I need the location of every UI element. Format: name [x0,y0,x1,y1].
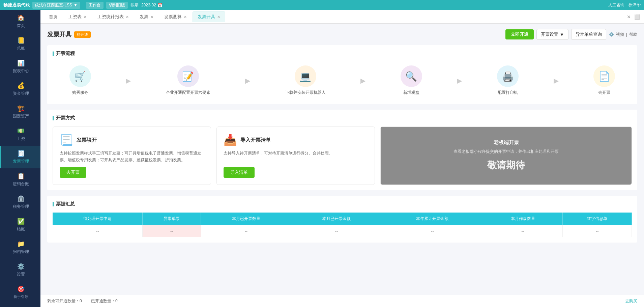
open-now-button[interactable]: 立即开通 [505,29,534,39]
sidebar-item-guide[interactable]: 🎯 新手引导 [0,281,40,303]
tab-payroll-stats-close[interactable]: ✕ [126,15,129,19]
billing-process-title: 开票流程 [53,51,632,57]
settings-dropdown-icon: ▼ [560,32,564,37]
step-issue-label: 去开票 [598,90,610,95]
step-arrow-3: ▶ [360,77,365,85]
tab-home[interactable]: 首页 [44,11,63,22]
sidebar-label-home: 首页 [17,23,25,29]
page-content: 发票开具 待开通 立即开通 开票设置 ▼ 异常单单查询 ⚙️ 视频 | 帮助 [40,24,644,295]
sidebar-item-invoices[interactable]: 🧾 发票管理 [0,146,40,168]
summary-table: 待处理开票申请 异常单票 本月已开票数量 本月已开票金额 本年累计开票金额 本月… [53,213,632,237]
col-pending: 待处理开票申请 [53,213,143,225]
fixed-assets-icon: 🏗️ [17,105,25,112]
step-arrow-5: ▶ [554,77,559,85]
summary-header-row: 待处理开票申请 异常单票 本月已开票数量 本月已开票金额 本年累计开票金额 本月… [53,213,632,225]
method-old-title: 老板端开票 [494,139,519,146]
tab-bar: 首页 工资表 ✕ 工资统计报表 ✕ 发票 ✕ 发票测算 ✕ 发票开具 ✕ [40,10,644,24]
summary-title: 票据汇总 [53,201,632,207]
step-download-icon: 💻 [299,71,311,82]
sidebar-item-settings[interactable]: ⚙️ 设置 [0,259,40,281]
page-header: 发票开具 待开通 立即开通 开票设置 ▼ 异常单单查询 ⚙️ 视频 | 帮助 [47,29,637,40]
summary-data-row: -- -- -- -- -- -- -- [53,225,632,237]
funds-icon: 💰 [17,82,25,89]
period-selector[interactable]: 账期 2023-02 📅 [130,2,163,8]
sidebar-item-tax[interactable]: 🏛️ 税务管理 [0,191,40,214]
step-buy-service: 🛒 购买服务 [69,65,91,95]
sidebar-item-ledger[interactable]: 📒 总账 [0,33,40,55]
method-old-desc: 查看老板端小程序提交的开票申请，并作出相应处理和开票 [453,148,559,155]
tab-invoice[interactable]: 发票 ✕ [135,11,158,22]
method-import-icon: 📥 [224,134,237,146]
sidebar-item-purchase-sales[interactable]: 📋 进销台账 [0,168,40,191]
settings-gear-icon[interactable]: ⚙️ [609,32,614,37]
switch-old-version-button[interactable]: 切到旧版 [106,2,128,9]
tab-invoice-issue[interactable]: 发票开具 ✕ [193,11,225,22]
window-restore-button[interactable]: ⬜ [634,13,641,20]
window-controls: ✕ ⬜ [626,13,641,20]
method-fill-desc: 支持按照发票样式手工填写开发票；可开具增值税电子普通发票、增值税普通发票、增值税… [60,150,204,164]
sidebar-item-funds[interactable]: 💰 资金管理 [0,78,40,101]
tab-payroll-close[interactable]: ✕ [84,15,87,19]
remaining-label: 剩余可开通数量：0 [47,299,82,303]
method-card-import: 📥 导入开票清单 支持导入待开票清单，可对待开票清单进行拆分、合并处理。 导入清… [216,127,375,185]
col-month-amount: 本月已开票金额 [291,213,382,225]
step-issue-icon-wrap: 📄 [593,65,615,87]
method-import-title: 导入开票清单 [240,137,271,143]
app-logo: 畅捷通易代账 [3,2,30,8]
calendar-icon[interactable]: 📅 [157,3,163,7]
sidebar-label-funds: 资金管理 [13,91,29,96]
step-issue-icon: 📄 [598,71,610,82]
workspace-button[interactable]: 工作台 [86,2,104,9]
status-badge: 待开通 [74,31,91,38]
step-tax-disk-label: 新增税盘 [403,90,419,95]
window-close-button[interactable]: ✕ [626,13,632,20]
step-buy-label: 购买服务 [72,90,88,95]
help-label: 帮助 [629,32,637,37]
top-bar-right: 人工咨询 徐泽华 [608,2,641,8]
col-year-amount: 本年累计开票金额 [382,213,483,225]
sidebar-label-reports: 报表中心 [13,68,29,74]
tab-invoice-calc[interactable]: 发票测算 ✕ [159,11,192,22]
method-card-fill: 📃 发票填开 支持按照发票样式手工填写开发票；可开具增值税电子普通发票、增值税普… [53,127,211,185]
sidebar-label-fixed-assets: 固定资产 [13,113,29,119]
open-settings-button[interactable]: 开票设置 ▼ [536,29,568,40]
divider-bar: | [626,32,627,37]
open-settings-label: 开票设置 [541,31,558,37]
sidebar-item-archive[interactable]: 📁 归档管理 [0,236,40,259]
company-dropdown-icon[interactable]: ▼ [74,3,78,7]
tab-payroll[interactable]: 工资表 ✕ [63,11,92,22]
sidebar-item-reports[interactable]: 📊 报表中心 [0,55,40,78]
home-icon: 🏠 [17,14,25,22]
cell-pending: -- [53,225,143,237]
sidebar-bottom: 🎯 新手引导 👑 畅会员 📌 取消固定 [0,281,40,307]
buy-link[interactable]: 去购买 [625,298,637,304]
sidebar-item-payroll[interactable]: 💵 工资 [0,123,40,146]
cell-year-amount: -- [382,225,483,237]
cell-month-count: -- [201,225,291,237]
tab-invoice-close[interactable]: ✕ [150,15,153,19]
method-import-btn[interactable]: 导入清单 [224,167,255,178]
sidebar-item-vip[interactable]: 👑 畅会员 [0,303,40,307]
billing-methods-title: 开票方式 [53,115,632,121]
method-fill-btn[interactable]: 去开票 [60,167,86,178]
sidebar-label-payroll: 工资 [17,136,25,142]
period-value: 2023-02 [141,3,156,7]
guide-icon: 🎯 [17,285,25,293]
sidebar-item-closing[interactable]: ✅ 结账 [0,214,40,236]
abnormal-query-button[interactable]: 异常单单查询 [571,29,606,40]
user-service-button[interactable]: 人工咨询 [608,2,624,8]
sidebar-item-home[interactable]: 🏠 首页 [0,10,40,33]
sidebar-item-fixed-assets[interactable]: 🏗️ 固定资产 [0,101,40,123]
method-import-desc: 支持导入待开票清单，可对待开票清单进行拆分、合并处理。 [224,150,368,157]
company-selector[interactable]: (处划) 江西服室-LSS ▼ [32,2,80,9]
col-abnormal: 异常单票 [143,213,201,225]
divider [83,2,83,8]
coming-soon-label: 敬请期待 [487,159,525,172]
payroll-icon: 💵 [17,127,25,135]
tab-invoice-calc-close[interactable]: ✕ [184,15,187,19]
tab-payroll-stats[interactable]: 工资统计报表 ✕ [92,11,134,22]
step-printer-icon: 🖨️ [502,71,514,82]
tab-invoice-issue-close[interactable]: ✕ [217,15,220,19]
step-arrow-1: ▶ [126,77,131,85]
footer-info: 剩余可开通数量：0 已开通数量：0 [47,298,118,304]
